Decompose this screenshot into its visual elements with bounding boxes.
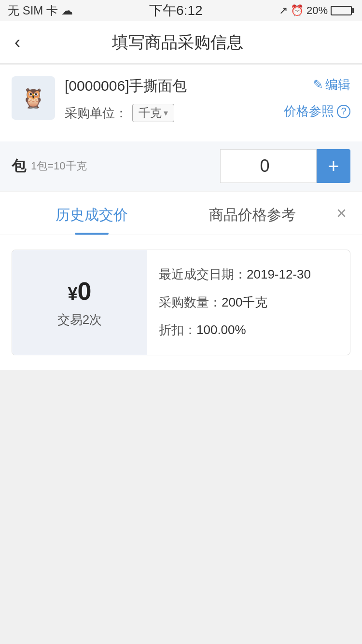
battery-icon (331, 6, 354, 15)
unit-label: 采购单位： (65, 105, 127, 122)
price-ref-help-icon: ? (337, 105, 350, 118)
status-time: 下午6:12 (149, 1, 203, 20)
battery-percent: 20% (306, 4, 328, 17)
sim-label: 无 SIM 卡 ☁ (8, 3, 73, 18)
status-bar: 无 SIM 卡 ☁ 下午6:12 ↗ ⏰ 20% (0, 0, 362, 21)
logo-owl-icon: 🦉 (21, 87, 45, 110)
quantity-unit-icon: 包 (12, 156, 26, 176)
main-background (0, 370, 362, 644)
chevron-down-icon: ▾ (164, 108, 168, 118)
unit-dropdown[interactable]: 千克 ▾ (132, 104, 174, 122)
product-header: 🦉 [0000006]手撕面包 采购单位： 千克 ▾ ✎ 编辑 (12, 76, 350, 122)
tab-content-history: ¥0 交易2次 最近成交日期：2019-12-30 采购数量：200千克 折扣：… (0, 235, 362, 370)
history-discount: 折扣：100.00% (159, 320, 338, 340)
quantity-section: 包 1包=10千克 + (0, 141, 362, 191)
status-right: ↗ ⏰ 20% (279, 4, 354, 17)
quantity-sub-label: 1包=10千克 (31, 159, 87, 173)
status-left: 无 SIM 卡 ☁ (8, 3, 73, 18)
tabs-section: 历史成交价 商品价格参考 × ¥0 交易2次 最近成交日期：2019-12-30… (0, 192, 362, 370)
quantity-plus-button[interactable]: + (317, 149, 350, 183)
product-right: ✎ 编辑 价格参照 ? (284, 76, 350, 120)
quantity-input-row: + (220, 149, 350, 183)
currency-symbol: ¥ (68, 284, 78, 304)
product-section: 🦉 [0000006]手撕面包 采购单位： 千克 ▾ ✎ 编辑 (0, 65, 362, 141)
product-left: 🦉 [0000006]手撕面包 采购单位： 千克 ▾ (12, 76, 187, 122)
quantity-input[interactable] (220, 149, 317, 183)
history-price-column: ¥0 交易2次 (12, 250, 147, 355)
price-ref-button[interactable]: 价格参照 ? (284, 103, 350, 120)
history-recent-date: 最近成交日期：2019-12-30 (159, 265, 338, 285)
tabs-header: 历史成交价 商品价格参考 × (0, 192, 362, 235)
nav-bar: ‹ 填写商品采购信息 (0, 21, 362, 64)
unit-value: 千克 (139, 105, 162, 121)
tab-close-button[interactable]: × (333, 203, 350, 224)
alarm-icon: ⏰ (291, 4, 304, 17)
product-info: [0000006]手撕面包 采购单位： 千克 ▾ (65, 76, 187, 122)
history-price-amount: ¥0 (68, 277, 92, 306)
edit-button[interactable]: ✎ 编辑 (313, 76, 350, 93)
quantity-label: 包 1包=10千克 (12, 156, 87, 176)
location-icon: ↗ (279, 4, 288, 17)
history-detail-column: 最近成交日期：2019-12-30 采购数量：200千克 折扣：100.00% (147, 250, 350, 355)
product-logo: 🦉 (12, 76, 55, 120)
history-purchase-qty: 采购数量：200千克 (159, 293, 338, 313)
product-name: [0000006]手撕面包 (65, 76, 187, 96)
history-card: ¥0 交易2次 最近成交日期：2019-12-30 采购数量：200千克 折扣：… (12, 250, 350, 355)
page-title: 填写商品采购信息 (25, 31, 330, 54)
product-unit-row: 采购单位： 千克 ▾ (65, 104, 187, 122)
history-trade-count: 交易2次 (57, 311, 102, 328)
tab-history[interactable]: 历史成交价 (12, 192, 172, 235)
tab-price-ref[interactable]: 商品价格参考 (172, 192, 332, 235)
back-button[interactable]: ‹ (10, 28, 25, 57)
edit-icon: ✎ (313, 77, 323, 92)
